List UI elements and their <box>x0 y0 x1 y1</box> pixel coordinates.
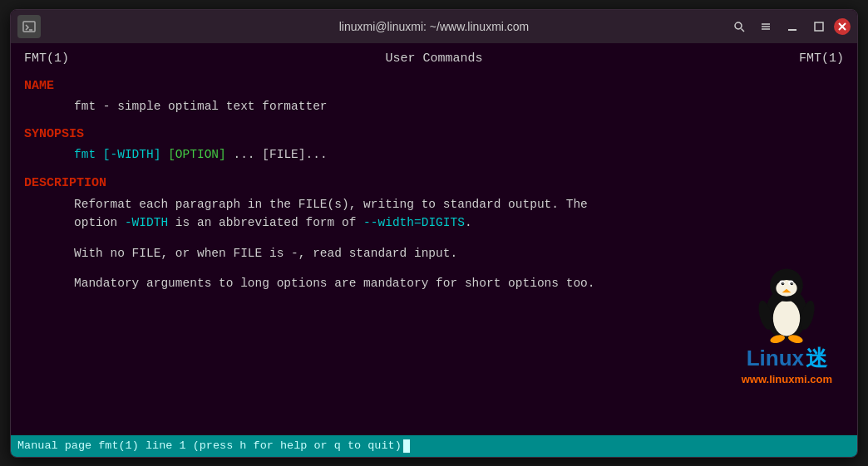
header-left: FMT(1) <box>24 52 69 66</box>
svg-point-12 <box>773 300 800 336</box>
header-center: User Commands <box>385 52 482 66</box>
svg-point-22 <box>770 333 787 344</box>
desc-para-3: Mandatory arguments to long options are … <box>74 274 844 292</box>
terminal-icon <box>17 15 41 38</box>
menu-button[interactable] <box>754 15 777 38</box>
search-button[interactable] <box>727 15 751 38</box>
synopsis-section-label: SYNOPSIS <box>24 127 844 141</box>
svg-point-23 <box>787 333 804 344</box>
status-text: Manual page fmt(1) line 1 (press h for h… <box>17 439 402 452</box>
desc-line2-end: . <box>465 216 472 229</box>
window-controls <box>727 15 851 38</box>
watermark-linux-text: Linux <box>747 346 804 371</box>
synopsis-fmt: fmt <box>74 148 96 161</box>
name-content: fmt - simple optimal text formatter <box>74 98 844 116</box>
terminal-window: linuxmi@linuxmi: ~/www.linuxmi.com <box>10 9 858 458</box>
desc-width-digits: --width=DIGITS <box>363 216 465 229</box>
watermark-mi-text: 迷 <box>806 344 827 373</box>
name-section-label: NAME <box>24 79 844 93</box>
window-title: linuxmi@linuxmi: ~/www.linuxmi.com <box>339 20 530 33</box>
svg-point-2 <box>735 22 742 29</box>
desc-para-2: With no FILE, or when FILE is -, read st… <box>74 244 844 262</box>
titlebar-left <box>17 15 41 38</box>
description-section-label: DESCRIPTION <box>24 176 844 190</box>
tux-icon <box>749 261 824 344</box>
terminal-cursor <box>403 439 410 453</box>
desc-line1: Reformat each paragraph in the FILE(s), … <box>74 198 588 211</box>
watermark-brand: Linux 迷 <box>747 344 827 373</box>
desc-line2-mid: is an abbreviated form of <box>168 216 363 229</box>
synopsis-line: fmt [-WIDTH] [OPTION] ... [FILE]... <box>74 146 844 164</box>
desc-para-1: Reformat each paragraph in the FILE(s), … <box>74 195 844 233</box>
titlebar: linuxmi@linuxmi: ~/www.linuxmi.com <box>11 10 857 43</box>
svg-rect-8 <box>815 22 823 31</box>
synopsis-option: [OPTION] <box>168 148 226 161</box>
svg-point-24 <box>757 299 776 331</box>
maximize-button[interactable] <box>807 15 831 38</box>
man-page-header: FMT(1) User Commands FMT(1) <box>24 52 844 66</box>
svg-point-25 <box>798 299 817 331</box>
terminal-body: FMT(1) User Commands FMT(1) NAME fmt - s… <box>11 43 857 435</box>
svg-point-11 <box>766 287 807 340</box>
desc-line2-pre: option <box>74 216 125 229</box>
close-button[interactable] <box>834 18 851 35</box>
minimize-button[interactable] <box>781 15 804 38</box>
synopsis-width: [-WIDTH] <box>103 148 161 161</box>
status-bar: Manual page fmt(1) line 1 (press h for h… <box>11 435 857 457</box>
synopsis-rest: ... [FILE]... <box>233 148 327 161</box>
desc-width-opt: -WIDTH <box>125 216 168 229</box>
watermark-url: www.linuxmi.com <box>742 373 832 385</box>
svg-line-3 <box>742 28 745 32</box>
header-right: FMT(1) <box>799 52 844 66</box>
